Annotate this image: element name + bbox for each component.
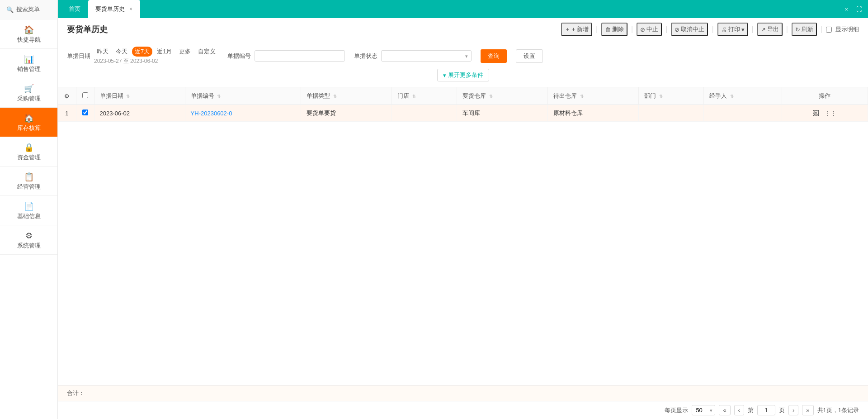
date-shortcut-custom[interactable]: 自定义	[195, 47, 218, 57]
th-order-no[interactable]: 单据编号 ⇅	[185, 87, 301, 105]
finance-icon: 🔒	[24, 143, 34, 152]
date-shortcut-yesterday[interactable]: 昨天	[94, 47, 111, 57]
first-page-btn[interactable]: «	[719, 405, 730, 415]
query-button[interactable]: 查询	[481, 49, 507, 63]
sidebar-item-inventory[interactable]: 🏠 库存核算	[0, 108, 57, 137]
display-detail-checkbox[interactable]	[826, 27, 832, 33]
sort-handler-icon: ⇅	[730, 94, 734, 99]
sidebar-item-quick-nav-label: 快捷导航	[17, 36, 41, 44]
print-label: 打印	[728, 25, 740, 33]
th-handler[interactable]: 经手人 ⇅	[704, 87, 782, 105]
print-button[interactable]: 🖨 打印 ▾	[717, 23, 748, 36]
row-checkbox[interactable]	[82, 110, 88, 115]
display-detail-label: 显示明细	[835, 25, 859, 33]
th-date[interactable]: 单据日期 ⇅	[94, 87, 185, 105]
sort-date-icon: ⇅	[126, 94, 130, 99]
tab-close-icon[interactable]: ×	[129, 6, 132, 12]
page-label-suffix: 页	[779, 406, 785, 414]
tab-home[interactable]: 首页	[61, 0, 88, 18]
order-no-input[interactable]	[255, 50, 345, 62]
summary-bar: 合计：	[58, 385, 868, 401]
sidebar-search-label: 搜索菜单	[16, 5, 40, 14]
th-dest-warehouse[interactable]: 待出仓库 ⇅	[548, 87, 639, 105]
sidebar-search[interactable]: 🔍 搜索菜单	[0, 0, 57, 19]
tab-requisition-history[interactable]: 要货单历史 ×	[88, 0, 140, 18]
main-area: 首页 要货单历史 × × ⛶ 要货单历史 ＋ + 新增 | 🗑 删除	[58, 0, 868, 419]
row-view-btn[interactable]: 🖼	[811, 109, 821, 118]
date-shortcut-1month[interactable]: 近1月	[154, 47, 175, 57]
delete-button[interactable]: 🗑 删除	[601, 23, 627, 36]
page-input[interactable]	[757, 405, 775, 415]
export-button[interactable]: ↗ 导出	[757, 23, 783, 36]
td-handler	[704, 105, 782, 122]
date-shortcuts-container: 昨天 今天 近7天 近1月 更多 自定义 2023-05-27 至 2023-0…	[94, 47, 218, 65]
sidebar-item-purchase[interactable]: 🛒 采购管理	[0, 78, 57, 108]
status-select[interactable]	[381, 50, 472, 62]
refresh-icon: ↻	[795, 26, 800, 33]
td-date: 2023-06-02	[94, 105, 185, 122]
th-checkbox[interactable]	[76, 87, 94, 105]
th-settings[interactable]: ⚙	[58, 87, 76, 105]
td-store	[392, 105, 457, 122]
refresh-button[interactable]: ↻ 刷新	[792, 23, 817, 36]
th-store[interactable]: 门店 ⇅	[392, 87, 457, 105]
td-index: 1	[58, 105, 76, 122]
order-no-link[interactable]: YH-20230602-0	[191, 110, 232, 117]
delete-label: 删除	[612, 25, 624, 33]
sidebar-item-sales[interactable]: 📊 销售管理	[0, 49, 57, 78]
header-actions: ＋ + 新增 | 🗑 删除 | ⊘ 中止 | ⊘ 取消中止 |	[561, 23, 859, 36]
expand-more-btn[interactable]: ▾ 展开更多条件	[437, 69, 489, 81]
window-close-btn[interactable]: ×	[842, 5, 850, 14]
next-page-btn[interactable]: ›	[788, 405, 798, 415]
sidebar-item-quick-nav[interactable]: 🏠 快捷导航	[0, 19, 57, 49]
sidebar-item-basic-info[interactable]: 📄 基础信息	[0, 196, 57, 225]
sidebar-item-operations-label: 经营管理	[17, 183, 41, 191]
sidebar-item-operations[interactable]: 📋 经营管理	[0, 167, 57, 196]
th-order-type[interactable]: 单据类型 ⇅	[301, 87, 392, 105]
filter-area: 单据日期 昨天 今天 近7天 近1月 更多 自定义 2023-05-27 至 2…	[58, 41, 868, 87]
sidebar-item-finance[interactable]: 🔒 资金管理	[0, 137, 57, 167]
purchase-icon: 🛒	[24, 85, 34, 93]
prev-page-btn[interactable]: ‹	[734, 405, 744, 415]
td-checkbox[interactable]	[76, 105, 94, 122]
table-row: 1 2023-06-02 YH-20230602-0 要货单要货 车间库 原材料…	[58, 105, 868, 122]
sidebar-item-system[interactable]: ⚙ 系统管理	[0, 225, 57, 255]
page-header: 要货单历史 ＋ + 新增 | 🗑 删除 | ⊘ 中止 | ⊘	[58, 18, 868, 41]
suspend-button[interactable]: ⊘ 中止	[637, 23, 662, 36]
date-shortcut-today[interactable]: 今天	[113, 47, 130, 57]
basic-info-icon: 📄	[24, 202, 34, 210]
settings-button[interactable]: 设置	[516, 49, 543, 63]
page-content: 要货单历史 ＋ + 新增 | 🗑 删除 | ⊘ 中止 | ⊘	[58, 18, 868, 419]
cancel-suspend-label: 取消中止	[681, 25, 704, 33]
td-req-warehouse: 车间库	[457, 105, 548, 122]
td-order-type: 要货单要货	[301, 105, 392, 122]
new-icon: ＋	[565, 25, 571, 33]
print-dropdown-icon: ▾	[741, 26, 745, 33]
status-filter-group: 单据状态	[354, 50, 472, 62]
cancel-suspend-button[interactable]: ⊘ 取消中止	[671, 23, 708, 36]
last-page-btn[interactable]: »	[802, 405, 813, 415]
quick-nav-icon: 🏠	[24, 26, 34, 34]
table-header-row: ⚙ 单据日期 ⇅ 单据编号 ⇅ 单据类型	[58, 87, 868, 105]
order-no-filter-group: 单据编号	[227, 50, 345, 62]
row-more-btn[interactable]: ⋮⋮	[822, 109, 839, 118]
date-shortcut-7days[interactable]: 近7天	[132, 47, 152, 57]
sort-order-no-icon: ⇅	[217, 94, 221, 99]
refresh-label: 刷新	[802, 25, 813, 33]
th-req-warehouse[interactable]: 要货仓库 ⇅	[457, 87, 548, 105]
export-icon: ↗	[761, 26, 766, 33]
new-button[interactable]: ＋ + 新增	[561, 23, 592, 36]
suspend-icon: ⊘	[640, 26, 645, 33]
display-detail-toggle[interactable]: 显示明细	[826, 25, 859, 33]
window-maximize-btn[interactable]: ⛶	[854, 5, 864, 14]
delete-icon: 🗑	[605, 26, 611, 33]
date-filter-group: 单据日期 昨天 今天 近7天 近1月 更多 自定义 2023-05-27 至 2…	[67, 47, 218, 65]
date-shortcut-more[interactable]: 更多	[176, 47, 193, 57]
summary-label: 合计：	[67, 389, 85, 397]
sidebar-item-basic-info-label: 基础信息	[17, 212, 41, 220]
per-page-select[interactable]: 10 20 50 100	[692, 405, 715, 415]
per-page-label: 每页显示	[665, 406, 688, 414]
select-all-checkbox[interactable]	[82, 92, 88, 98]
inventory-icon: 🏠	[24, 114, 34, 122]
th-department[interactable]: 部门 ⇅	[639, 87, 704, 105]
